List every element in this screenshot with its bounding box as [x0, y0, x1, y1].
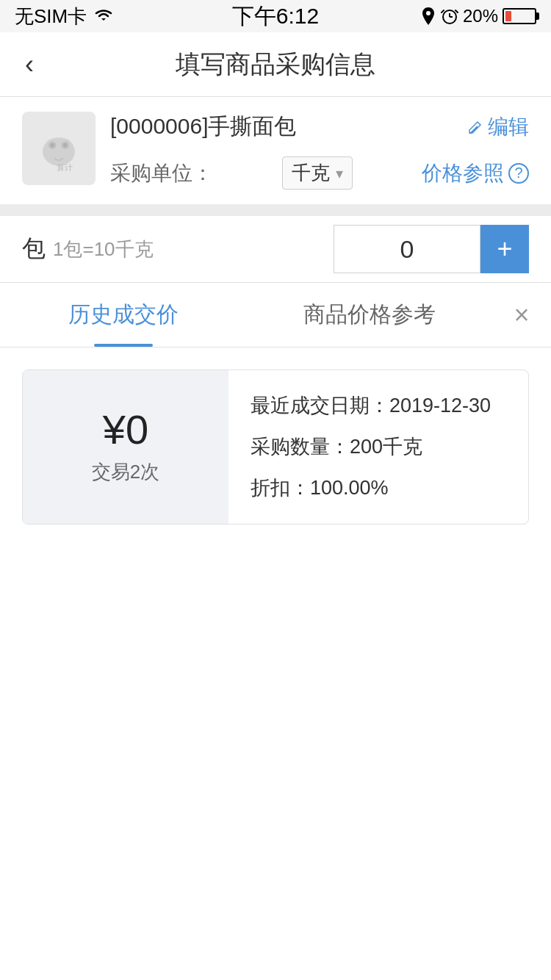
chevron-down-icon: ▾	[336, 165, 343, 182]
back-arrow-icon: ‹	[25, 51, 34, 78]
quantity-input[interactable]	[334, 225, 480, 273]
tab-active-indicator	[94, 344, 153, 347]
svg-point-9	[51, 143, 54, 147]
edit-label: 编辑	[488, 113, 529, 141]
edit-icon	[467, 119, 483, 135]
quantity-plus-button[interactable]: +	[480, 225, 529, 273]
qty-value: 200千克	[350, 436, 422, 458]
close-icon: ×	[514, 300, 529, 331]
svg-point-0	[426, 11, 431, 15]
history-card: ¥0 交易2次 最近成交日期：2019-12-30 采购数量：200千克 折扣：…	[22, 370, 529, 525]
purchase-unit-row: 采购单位： 千克 ▾ 价格参照 ?	[110, 156, 529, 190]
product-section: 算计 [0000006]手撕面包 编辑 采购单位： 千克 ▾	[0, 97, 551, 204]
unit-select[interactable]: 千克 ▾	[282, 156, 353, 190]
qty-row: 采购数量：200千克	[251, 433, 506, 461]
unit-label: 采购单位：	[110, 159, 213, 187]
recent-date-value: 2019-12-30	[389, 394, 491, 417]
product-header: 算计 [0000006]手撕面包 编辑 采购单位： 千克 ▾	[22, 112, 529, 190]
nav-bar: ‹ 填写商品采购信息	[0, 32, 551, 97]
status-right-group: 20%	[420, 6, 536, 26]
tab-product-label: 商品价格参考	[303, 300, 436, 330]
price-ref-button[interactable]: 价格参照 ?	[422, 159, 529, 187]
battery-icon	[503, 8, 536, 24]
tabs-section: 历史成交价 商品价格参考 × ¥0 交易2次 最近成交日期：2019-12-30…	[0, 283, 551, 547]
battery-text: 20%	[463, 6, 498, 26]
discount-row: 折扣：100.00%	[251, 475, 506, 502]
section-divider	[0, 204, 551, 216]
sim-text: 无SIM卡	[15, 4, 87, 29]
nav-title: 填写商品采购信息	[176, 48, 375, 82]
plus-icon: +	[497, 234, 512, 264]
svg-point-10	[63, 143, 67, 147]
price-ref-help-icon: ?	[508, 163, 529, 184]
alarm-icon	[441, 7, 458, 26]
unit-value: 千克	[292, 160, 330, 186]
product-logo-icon: 算计	[33, 123, 84, 174]
quantity-row: 包 1包=10千克 +	[0, 216, 551, 282]
recent-date-row: 最近成交日期：2019-12-30	[251, 392, 506, 420]
history-card-left: ¥0 交易2次	[23, 370, 228, 524]
discount-label: 折扣：	[251, 477, 310, 499]
tabs-header: 历史成交价 商品价格参考 ×	[0, 283, 551, 347]
history-card-right: 最近成交日期：2019-12-30 采购数量：200千克 折扣：100.00%	[228, 370, 528, 524]
tab-history-label: 历史成交价	[68, 300, 179, 330]
product-name: [0000006]手撕面包	[110, 112, 296, 142]
wifi-icon	[93, 7, 115, 25]
trade-count: 交易2次	[92, 459, 159, 485]
unit-char: 包	[22, 233, 46, 265]
edit-button[interactable]: 编辑	[467, 113, 529, 141]
history-price: ¥0	[103, 409, 148, 450]
tab-product-price[interactable]: 商品价格参考	[246, 283, 492, 347]
discount-value: 100.00%	[310, 477, 389, 499]
status-bar: 无SIM卡 下午6:12 20%	[0, 0, 551, 32]
history-content: ¥0 交易2次 最近成交日期：2019-12-30 采购数量：200千克 折扣：…	[0, 347, 551, 547]
unit-equiv: 1包=10千克	[53, 237, 154, 262]
unit-label-group: 包 1包=10千克	[22, 233, 334, 265]
page-rest	[0, 547, 551, 980]
close-button[interactable]: ×	[492, 283, 551, 347]
price-ref-label: 价格参照	[422, 159, 504, 187]
product-details: [0000006]手撕面包 编辑 采购单位： 千克 ▾ 价格参照	[110, 112, 529, 190]
qty-label: 采购数量：	[251, 436, 350, 458]
tab-history-price[interactable]: 历史成交价	[0, 283, 246, 347]
quantity-control: +	[334, 225, 529, 273]
location-icon	[420, 7, 436, 26]
svg-text:算计: 算计	[57, 163, 73, 172]
product-thumbnail: 算计	[22, 112, 96, 185]
back-button[interactable]: ‹	[0, 32, 59, 97]
recent-date-label: 最近成交日期：	[251, 394, 389, 417]
product-name-row: [0000006]手撕面包 编辑	[110, 112, 529, 142]
status-signal: 无SIM卡	[15, 4, 115, 29]
status-time: 下午6:12	[232, 1, 319, 32]
